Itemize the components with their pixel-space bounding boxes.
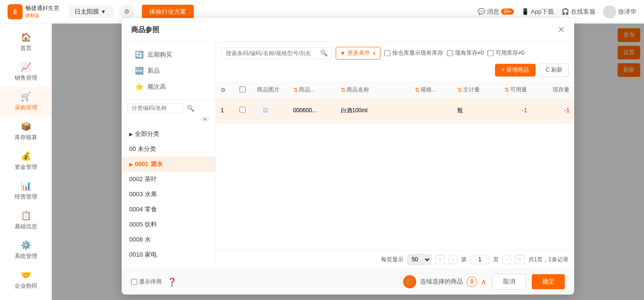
cat-item-0001[interactable]: ▶ 0001 酒水 <box>122 157 215 172</box>
page-word2: 页 <box>493 256 499 264</box>
product-table-wrap: ⚙ 商品图片 <box>216 82 574 250</box>
row-product-image: 🖼 <box>252 98 288 123</box>
sidebar-item-label: 经营管理 <box>15 193 37 201</box>
next-page-btn[interactable]: › <box>503 255 511 264</box>
first-page-btn[interactable]: « <box>435 255 445 264</box>
last-page-btn[interactable]: » <box>515 255 525 264</box>
cat-item-0008[interactable]: 0008 水 <box>122 232 215 247</box>
sidebar-item-label: 资金管理 <box>15 163 37 171</box>
nav-item-new-products[interactable]: 🆕 新品 <box>127 63 210 79</box>
logo-text: 畅捷通好生意 旗舰版 <box>25 5 59 18</box>
sidebar-item-guide[interactable]: 🔖 新手引导 <box>0 295 51 300</box>
logo-icon: 6 <box>8 4 23 19</box>
row-index: 1 <box>216 98 235 123</box>
logo: 6 畅捷通好生意 旗舰版 <box>8 4 59 19</box>
category-list: ▶ 全部分类 00 未分类 ▶ 0001 酒水 0002 茶叶 <box>122 125 215 264</box>
footer-cart: 🛒 连续选择的商品 0 ∧ <box>403 275 487 288</box>
dialog-header: 商品参照 ✕ <box>122 18 574 42</box>
cat-item-0004[interactable]: 0004 零食 <box>122 202 215 217</box>
total-info: 共1页，1条记录 <box>528 256 569 264</box>
cat-item-00[interactable]: 00 未分类 <box>122 142 215 157</box>
per-page-select[interactable]: 50 10 20 100 <box>407 254 431 265</box>
recent-icon: 🔄 <box>135 50 144 59</box>
nav-item-frequent[interactable]: ⭐ 频次高 <box>127 79 210 95</box>
sidebar-item-finance[interactable]: 💰 资金管理 <box>0 146 51 176</box>
check-current-stock: 现有库存≠0 <box>447 49 484 57</box>
close-dialog-btn[interactable]: ✕ <box>558 25 565 35</box>
cat-item-all[interactable]: ▶ 全部分类 <box>122 126 215 142</box>
sidebar-item-enterprise[interactable]: 🤝 企业协同 <box>0 265 51 295</box>
collapse-panel-btn[interactable]: « <box>200 116 210 122</box>
th-product-spec: ⇅ 规格... <box>410 82 453 98</box>
search-icon[interactable]: 🔍 <box>320 50 328 57</box>
show-disabled-checkbox[interactable] <box>131 279 137 285</box>
check-warehouse-stock-input[interactable] <box>384 50 390 56</box>
th-stock: 现存量 <box>532 82 574 98</box>
basic-info-icon: 📋 <box>21 210 31 221</box>
chevron-down-icon: ▾ <box>102 8 105 15</box>
sidebar-item-basic-info[interactable]: 📋 基础信息 <box>0 206 51 235</box>
add-product-btn[interactable]: + 新增商品 <box>495 64 536 76</box>
per-page-label: 每页显示 <box>381 256 404 264</box>
experience-btn[interactable]: 体验行业方案 <box>142 5 194 19</box>
sidebar-item-system[interactable]: ⚙️ 系统管理 <box>0 235 51 265</box>
row-checkbox[interactable] <box>239 107 246 113</box>
th-product-image: 商品图片 <box>252 82 288 98</box>
user-nav-item[interactable]: 徐泽华 <box>603 5 636 18</box>
table-row[interactable]: 1 🖼 000600... <box>216 98 574 123</box>
filter-icon: ▼ <box>340 50 346 57</box>
category-search-input[interactable] <box>127 103 184 113</box>
sidebar-item-label: 系统管理 <box>15 252 37 260</box>
more-filter-btn[interactable]: ▼ 更多条件 ∧ <box>336 47 380 59</box>
th-checkbox[interactable] <box>235 82 252 98</box>
main-content: 查询 设置 刷新 商品参照 ✕ 🔄 近期购买 <box>52 24 644 300</box>
sidebar-item-inventory[interactable]: 📦 库存核算 <box>0 117 51 146</box>
dialog-left-top: 🔄 近期购买 🆕 新品 ⭐ 频次高 <box>122 47 215 100</box>
table-settings-icon: ⚙ <box>221 87 226 93</box>
cat-item-0005[interactable]: 0005 饮料 <box>122 217 215 232</box>
product-thumb: 🖼 <box>257 102 274 119</box>
sidebar-item-sales[interactable]: 📈 销售管理 <box>0 57 51 87</box>
cart-icon: 🛒 <box>403 275 416 288</box>
check-warehouse-stock: 按仓库显示现有库存 <box>384 49 443 57</box>
cat-item-0002[interactable]: 0002 茶叶 <box>122 172 215 187</box>
cancel-dialog-btn[interactable]: 取消 <box>492 274 526 290</box>
sidebar-item-purchase[interactable]: 🛒 采购管理 <box>0 87 51 117</box>
message-nav-item[interactable]: 💬 消息 99+ <box>478 8 514 16</box>
category-search-icon[interactable]: 🔍 <box>187 105 194 112</box>
prev-page-btn[interactable]: ‹ <box>449 255 457 264</box>
sidebar-item-operations[interactable]: 📊 经营管理 <box>0 176 51 206</box>
select-all-checkbox[interactable] <box>239 86 246 92</box>
nav-right: 💬 消息 99+ 📱 App下载 🎧 在线客服 徐泽华 <box>478 5 636 18</box>
th-settings[interactable]: ⚙ <box>216 82 235 98</box>
sidebar: 🏠 首页 📈 销售管理 🛒 采购管理 📦 库存核算 💰 资金管理 📊 经营管理 … <box>0 24 52 300</box>
collapse-cart-btn[interactable]: ∧ <box>481 277 487 286</box>
online-service-nav-item[interactable]: 🎧 在线客服 <box>561 8 595 16</box>
app-download-nav-item[interactable]: 📱 App下载 <box>521 8 554 16</box>
new-icon: 🆕 <box>135 67 144 75</box>
help-icon[interactable]: ❓ <box>167 277 177 286</box>
show-disabled-group: 显示停用 <box>131 278 162 286</box>
confirm-dialog-btn[interactable]: 确定 <box>532 274 565 289</box>
product-table: ⚙ 商品图片 <box>216 82 574 123</box>
dialog-toolbar: 🔍 ▼ 更多条件 ∧ 按仓库显示现有库存 <box>216 42 574 82</box>
page-input[interactable] <box>471 255 489 264</box>
refresh-table-btn[interactable]: C 刷新 <box>539 63 569 77</box>
phone-icon: 📱 <box>521 8 529 15</box>
message-badge: 99+ <box>501 8 514 15</box>
row-stock: -1 <box>532 98 574 123</box>
row-checkbox-cell[interactable] <box>235 98 252 123</box>
store-selector[interactable]: 日太阳膜 ▾ <box>69 6 114 18</box>
frequent-icon: ⭐ <box>135 83 144 91</box>
nav-item-recent-purchase[interactable]: 🔄 近期购买 <box>127 47 210 63</box>
settings-icon[interactable]: ⚙ <box>119 4 134 19</box>
check-available-stock-input[interactable] <box>487 50 494 56</box>
dialog-left-panel: 🔄 近期购买 🆕 新品 ⭐ 频次高 <box>122 42 216 268</box>
sidebar-item-home[interactable]: 🏠 首页 <box>0 27 51 57</box>
cat-item-0003[interactable]: 0003 水果 <box>122 187 215 202</box>
system-icon: ⚙️ <box>21 240 31 250</box>
cat-item-0010[interactable]: 0010 家电 <box>122 247 215 262</box>
dialog-body: 🔄 近期购买 🆕 新品 ⭐ 频次高 <box>122 42 574 268</box>
product-search-input[interactable] <box>226 50 320 57</box>
check-current-stock-input[interactable] <box>447 50 453 56</box>
